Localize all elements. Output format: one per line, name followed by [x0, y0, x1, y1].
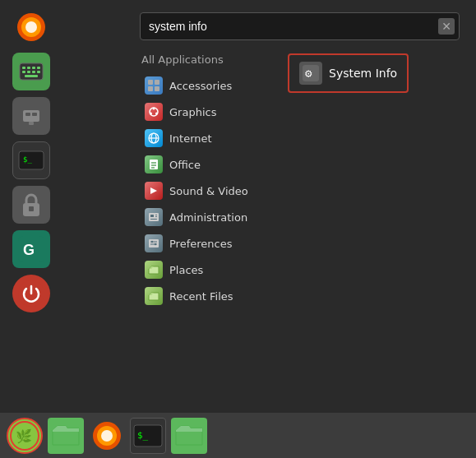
administration-label: Administration — [169, 211, 247, 224]
svg-text:$_: $_ — [23, 155, 32, 164]
svg-rect-42 — [155, 215, 157, 215]
svg-rect-40 — [149, 213, 159, 221]
recent-files-label: Recent Files — [169, 290, 233, 303]
places-label: Places — [169, 264, 203, 276]
result-system-info[interactable]: ⚙ System Info — [288, 53, 409, 93]
sidebar-icon-lock[interactable] — [12, 186, 50, 224]
svg-rect-25 — [155, 80, 159, 85]
accessories-icon — [145, 76, 163, 95]
category-office[interactable]: Office — [140, 151, 271, 178]
svg-rect-44 — [150, 219, 157, 220]
svg-rect-6 — [32, 67, 35, 69]
category-preferences[interactable]: Preferences — [140, 230, 271, 257]
office-icon — [145, 155, 163, 173]
svg-rect-11 — [37, 71, 40, 73]
svg-rect-7 — [37, 67, 40, 69]
sidebar-icon-keyboard[interactable] — [12, 53, 50, 90]
preferences-label: Preferences — [169, 238, 232, 250]
taskbar-mint-menu[interactable]: 🌿 — [7, 418, 43, 454]
sound-video-icon — [145, 182, 163, 200]
graphics-icon — [145, 103, 163, 121]
internet-icon — [145, 129, 163, 147]
system-info-icon: ⚙ — [299, 62, 322, 85]
svg-point-57 — [101, 430, 113, 442]
svg-point-48 — [151, 241, 153, 243]
taskbar-files[interactable] — [48, 418, 84, 454]
category-graphics[interactable]: Graphics — [140, 99, 271, 125]
svg-rect-5 — [27, 67, 30, 69]
svg-rect-43 — [155, 216, 157, 217]
search-container: system info ✕ — [140, 12, 460, 40]
svg-rect-8 — [22, 71, 25, 73]
svg-point-2 — [25, 21, 37, 33]
svg-rect-12 — [25, 75, 38, 77]
category-sound-video[interactable]: Sound & Video — [140, 178, 271, 204]
svg-rect-20 — [29, 206, 34, 211]
sound-video-label: Sound & Video — [169, 185, 248, 197]
category-places[interactable]: Places — [140, 257, 271, 283]
search-clear-button[interactable]: ✕ — [438, 18, 455, 35]
svg-point-49 — [155, 243, 156, 245]
main-area: system info ✕ All Applications Accessori… — [62, 0, 476, 413]
sidebar: $_ G — [0, 0, 62, 413]
category-accessories[interactable]: Accessories — [140, 72, 271, 99]
svg-rect-10 — [32, 71, 35, 73]
sidebar-icon-power[interactable] — [12, 275, 50, 312]
taskbar-nemo[interactable] — [171, 418, 207, 454]
svg-rect-13 — [23, 110, 39, 122]
svg-text:G: G — [23, 242, 35, 258]
administration-icon — [145, 208, 163, 226]
graphics-label: Graphics — [169, 106, 216, 118]
search-input[interactable]: system info — [140, 12, 460, 40]
accessories-label: Accessories — [169, 80, 232, 92]
internet-label: Internet — [169, 132, 212, 145]
taskbar-terminal[interactable]: $_ — [130, 418, 166, 454]
system-info-label: System Info — [329, 67, 397, 80]
svg-point-30 — [155, 113, 158, 115]
svg-rect-24 — [148, 80, 153, 85]
svg-rect-45 — [149, 239, 159, 248]
svg-text:⚙: ⚙ — [305, 67, 312, 80]
category-administration[interactable]: Administration — [140, 204, 271, 230]
all-applications-label[interactable]: All Applications — [140, 53, 271, 66]
svg-rect-26 — [148, 86, 153, 91]
svg-marker-39 — [150, 187, 157, 194]
content-area: All Applications Accessories — [140, 53, 460, 355]
search-results: ⚙ System Info — [288, 53, 460, 355]
sidebar-icon-terminal[interactable]: $_ — [12, 141, 50, 179]
category-recent-files[interactable]: Recent Files — [140, 283, 271, 309]
category-internet[interactable]: Internet — [140, 125, 271, 151]
office-label: Office — [169, 159, 201, 171]
svg-rect-41 — [150, 215, 154, 217]
taskbar-firefox[interactable] — [89, 418, 125, 454]
sidebar-icon-usbcreator[interactable] — [12, 97, 50, 135]
svg-text:🌿: 🌿 — [16, 428, 32, 444]
sidebar-icon-firefox[interactable] — [12, 8, 50, 46]
svg-text:$_: $_ — [137, 430, 149, 441]
svg-rect-4 — [22, 67, 25, 69]
taskbar: 🌿 $_ — [0, 413, 476, 458]
svg-rect-15 — [32, 113, 37, 116]
preferences-icon — [145, 234, 163, 252]
categories-panel: All Applications Accessories — [140, 53, 271, 355]
places-icon — [145, 261, 163, 279]
svg-rect-27 — [155, 86, 159, 91]
recent-files-icon — [145, 287, 163, 305]
svg-rect-14 — [25, 113, 30, 116]
svg-rect-9 — [27, 71, 30, 73]
svg-rect-16 — [29, 122, 34, 125]
svg-point-31 — [150, 113, 152, 115]
svg-point-29 — [153, 108, 155, 110]
sidebar-icon-grammarly[interactable]: G — [12, 230, 50, 268]
